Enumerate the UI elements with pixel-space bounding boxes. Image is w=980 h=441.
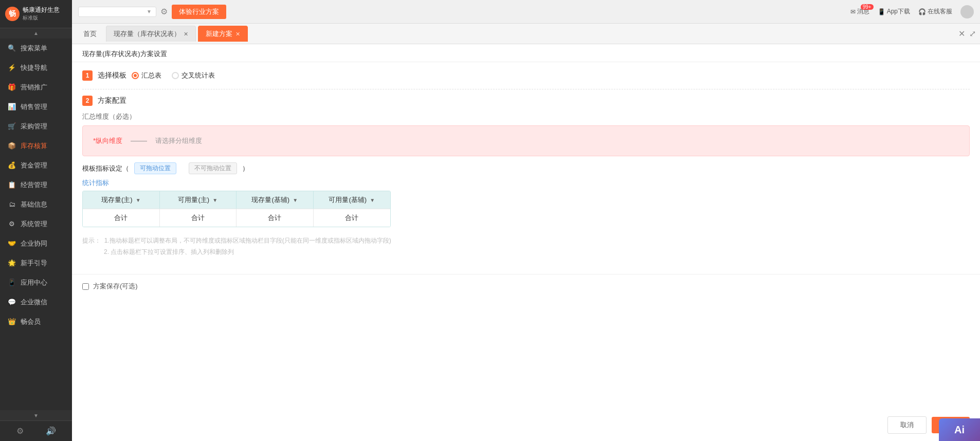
app-download-label: App下载 <box>887 7 910 16</box>
save-label[interactable]: 方案保存(可选) <box>93 282 138 291</box>
system-icon: ⚙ <box>7 219 16 229</box>
app-download-button[interactable]: 📱 App下载 <box>878 7 910 16</box>
volume-footer-icon[interactable]: 🔊 <box>46 426 56 436</box>
tab-new-scheme[interactable]: 新建方案 ✕ <box>198 26 248 42</box>
sidebar-item-wechat[interactable]: 💬 企业微信 <box>0 292 72 312</box>
sidebar-item-sales[interactable]: 📊 销售管理 <box>0 97 72 117</box>
step2-title: 方案配置 <box>98 96 126 105</box>
operations-icon: 📋 <box>7 180 16 190</box>
sidebar-item-membership[interactable]: 👑 畅会员 <box>0 312 72 332</box>
page-footer: 方案保存(可选) <box>72 274 980 298</box>
topbar: ▼ ⚙ 体验行业方案 ✉ 消息 99+ 📱 App下载 🎧 在线客服 <box>72 0 980 24</box>
sidebar-item-label: 库存核算 <box>21 141 47 151</box>
tip-1: 1.拖动标题栏可以调整布局，不可跨维度或指标区域拖动栏目字段(只能在同一维度或指… <box>104 237 391 244</box>
tips-label: 提示： 1.拖动标题栏可以调整布局，不可跨维度或指标区域拖动栏目字段(只能在同一… <box>82 235 970 247</box>
search-input-wrap[interactable]: ▼ <box>78 7 156 17</box>
col-header-1[interactable]: 可用量(主) ▼ <box>160 191 237 209</box>
sidebar-scroll-down[interactable]: ▼ <box>0 410 72 420</box>
sidebar-item-system[interactable]: ⚙ 系统管理 <box>0 214 72 234</box>
topbar-gear-icon[interactable]: ⚙ <box>160 7 168 16</box>
col-header-2[interactable]: 现存量(基辅) ▼ <box>237 191 314 209</box>
inventory-icon: 📦 <box>7 141 16 151</box>
page-title: 现存量(库存状况表)方案设置 <box>82 50 167 58</box>
summary-dimension-label: 汇总维度（必选） <box>82 112 970 121</box>
message-badge: 99+ <box>861 4 874 10</box>
step2-header: 2 方案配置 <box>82 96 970 106</box>
service-button[interactable]: 🎧 在线客服 <box>918 7 952 16</box>
tips-section: 提示： 1.拖动标题栏可以调整布局，不可跨维度或指标区域拖动栏目字段(只能在同一… <box>82 235 970 258</box>
tab-new-scheme-close-icon[interactable]: ✕ <box>235 31 240 38</box>
radio-summary-label: 汇总表 <box>141 71 161 80</box>
stats-cell-0: 合计 <box>83 209 160 227</box>
dimension-placeholder[interactable]: 请选择分组维度 <box>155 136 202 145</box>
sidebar-scroll-up[interactable]: ▲ <box>0 28 72 39</box>
step1-title: 选择模板 <box>98 71 126 80</box>
non-draggable-badge: 不可拖动位置 <box>189 162 237 174</box>
tab-inventory[interactable]: 现存量（库存状况表） ✕ <box>106 26 196 42</box>
sidebar-item-search[interactable]: 🔍 搜索菜单 <box>0 39 72 58</box>
window-close-icon[interactable]: ✕ <box>958 29 965 39</box>
sidebar-item-purchase[interactable]: 🛒 采购管理 <box>0 117 72 136</box>
indicator-setting-sep <box>182 164 184 172</box>
stats-table: 现存量(主) ▼ 可用量(主) ▼ 现存量(基辅) ▼ 可用量(基辅) <box>82 191 391 227</box>
col-header-label-3: 可用量(基辅) <box>329 195 367 205</box>
tabbar: 首页 现存量（库存状况表） ✕ 新建方案 ✕ ✕ ⤢ <box>72 24 980 44</box>
template-options: 汇总表 交叉统计表 <box>132 71 215 80</box>
sidebar-item-label: 销售管理 <box>21 102 47 112</box>
col-header-label-1: 可用量(主) <box>178 195 209 205</box>
sidebar-item-operations[interactable]: 📋 经营管理 <box>0 175 72 195</box>
sidebar-item-label: 经营管理 <box>21 180 47 190</box>
radio-summary[interactable]: 汇总表 <box>132 71 161 80</box>
user-avatar-button[interactable] <box>960 5 974 19</box>
col-dropdown-0[interactable]: ▼ <box>136 197 141 203</box>
sidebar-item-basic-info[interactable]: 🗂 基础信息 <box>0 195 72 214</box>
stats-cell-1: 合计 <box>160 209 237 227</box>
radio-cross-label: 交叉统计表 <box>182 71 215 80</box>
radio-cross[interactable]: 交叉统计表 <box>172 71 215 80</box>
tab-home-label: 首页 <box>83 29 97 39</box>
save-checkbox[interactable] <box>82 283 89 290</box>
app-edition: 标准版 <box>23 14 60 22</box>
sidebar-item-quick-nav[interactable]: ⚡ 快捷导航 <box>0 58 72 78</box>
sidebar-item-inventory[interactable]: 📦 库存核算 <box>0 136 72 156</box>
col-dropdown-2[interactable]: ▼ <box>293 197 298 203</box>
col-dropdown-3[interactable]: ▼ <box>370 197 375 203</box>
topbar-right: ✉ 消息 99+ 📱 App下载 🎧 在线客服 <box>850 5 974 19</box>
tab-inventory-label: 现存量（库存状况表） <box>114 29 180 39</box>
sidebar-item-marketing[interactable]: 🎁 营销推广 <box>0 78 72 97</box>
tab-inventory-close-icon[interactable]: ✕ <box>184 31 188 38</box>
topbar-dropdown-icon[interactable]: ▼ <box>147 9 152 14</box>
sidebar-item-finance[interactable]: 💰 资金管理 <box>0 156 72 175</box>
search-input[interactable] <box>83 8 144 15</box>
step1-header: 1 选择模板 汇总表 交叉统计表 <box>82 70 970 81</box>
col-header-0[interactable]: 现存量(主) ▼ <box>83 191 160 209</box>
trial-button[interactable]: 体验行业方案 <box>172 5 226 19</box>
sidebar-item-app-center[interactable]: 📱 应用中心 <box>0 273 72 292</box>
dimension-inner: *纵向维度 —— 请选择分组维度 <box>93 136 959 145</box>
service-icon: 🎧 <box>918 8 926 15</box>
app-logo: 畅 畅康通好生意 标准版 <box>0 0 72 28</box>
sidebar-item-label: 搜索菜单 <box>21 44 47 53</box>
sales-icon: 📊 <box>7 102 16 112</box>
col-dropdown-1[interactable]: ▼ <box>212 197 217 203</box>
tip-2: 2. 点击标题栏下拉可设置排序、插入列和删除列 <box>82 247 970 258</box>
step1-number: 1 <box>82 70 93 81</box>
app-name: 畅康通好生意 <box>23 6 60 14</box>
sidebar-item-label: 采购管理 <box>21 122 47 131</box>
radio-summary-circle <box>132 72 139 79</box>
content-area: 现存量(库存状况表)方案设置 1 选择模板 汇总表 交叉统计表 <box>72 44 980 441</box>
stats-table-body: 合计 合计 合计 合计 <box>83 209 390 227</box>
sidebar-item-label: 资金管理 <box>21 161 47 170</box>
settings-footer-icon[interactable]: ⚙ <box>16 426 24 436</box>
sidebar-item-new-user[interactable]: 🌟 新手引导 <box>0 253 72 273</box>
sidebar-item-enterprise[interactable]: 🤝 企业协同 <box>0 234 72 253</box>
window-expand-icon[interactable]: ⤢ <box>969 29 976 39</box>
cancel-button[interactable]: 取消 <box>887 416 927 434</box>
tab-home[interactable]: 首页 <box>76 26 104 42</box>
message-button[interactable]: ✉ 消息 99+ <box>850 7 869 16</box>
col-header-3[interactable]: 可用量(基辅) ▼ <box>314 191 391 209</box>
scheme-body: 1 选择模板 汇总表 交叉统计表 <box>72 62 980 274</box>
ai-badge[interactable]: Ai <box>939 418 980 441</box>
new-user-icon: 🌟 <box>7 259 16 268</box>
dimension-row: *纵向维度 —— 请选择分组维度 <box>82 125 970 156</box>
